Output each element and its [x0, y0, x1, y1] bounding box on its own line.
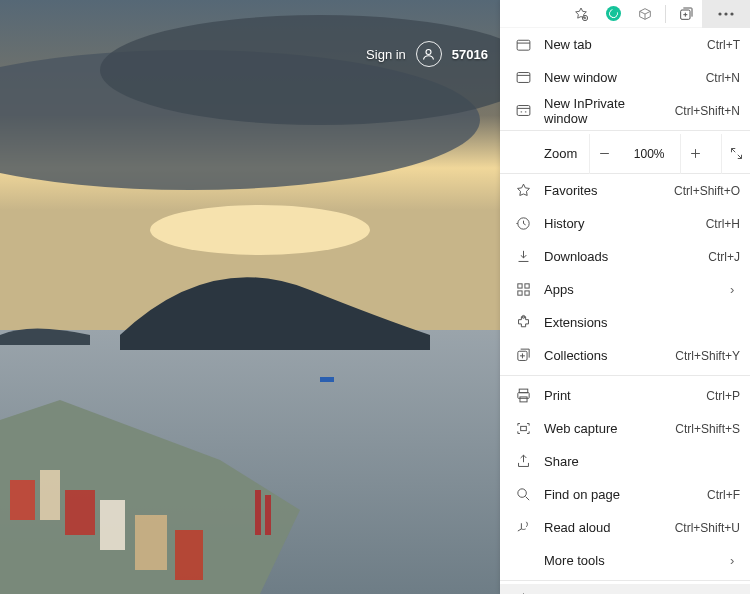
- menu-print[interactable]: Print Ctrl+P: [500, 379, 750, 412]
- label: Find on page: [544, 487, 695, 502]
- menu-favorites[interactable]: Favorites Ctrl+Shift+O: [500, 174, 750, 207]
- svg-rect-10: [175, 530, 203, 580]
- sign-in-link[interactable]: Sign in: [366, 47, 406, 62]
- extension-icon[interactable]: [629, 0, 661, 28]
- svg-rect-9: [135, 515, 167, 570]
- label: Zoom: [500, 146, 577, 161]
- print-icon: [514, 387, 532, 404]
- svg-point-19: [730, 12, 733, 15]
- svg-rect-25: [524, 284, 528, 288]
- add-favorite-icon[interactable]: [565, 0, 597, 28]
- menu-find[interactable]: Find on page Ctrl+F: [500, 478, 750, 511]
- new-tab-icon: [514, 36, 532, 53]
- menu-web-capture[interactable]: Web capture Ctrl+Shift+S: [500, 412, 750, 445]
- shortcut: Ctrl+Shift+N: [675, 104, 740, 118]
- download-icon: [514, 248, 532, 265]
- label: History: [544, 216, 694, 231]
- svg-rect-32: [519, 397, 526, 402]
- svg-point-18: [724, 12, 727, 15]
- shortcut: Ctrl+H: [706, 217, 740, 231]
- apps-icon: [514, 281, 532, 298]
- svg-rect-22: [517, 106, 530, 116]
- user-avatar[interactable]: [416, 41, 442, 67]
- svg-rect-12: [265, 495, 271, 535]
- menu-settings[interactable]: Settings: [500, 584, 750, 594]
- label: New window: [544, 70, 694, 85]
- menu-read-aloud[interactable]: Read aloud Ctrl+Shift+U: [500, 511, 750, 544]
- svg-rect-33: [520, 426, 526, 430]
- rewards-count[interactable]: 57016: [452, 47, 488, 62]
- label: Extensions: [544, 315, 740, 330]
- label: Downloads: [544, 249, 696, 264]
- svg-rect-30: [519, 389, 528, 393]
- shortcut: Ctrl+N: [706, 71, 740, 85]
- svg-rect-24: [517, 284, 521, 288]
- svg-rect-5: [10, 480, 35, 520]
- wallpaper: [0, 0, 500, 594]
- zoom-out-button[interactable]: [589, 134, 618, 174]
- shortcut: Ctrl+Shift+O: [674, 184, 740, 198]
- chevron-right-icon: ›: [730, 553, 740, 568]
- browser-menu: New tab Ctrl+T New window Ctrl+N New InP…: [500, 28, 750, 594]
- menu-more-tools[interactable]: More tools ›: [500, 544, 750, 577]
- label: Apps: [544, 282, 718, 297]
- label: Read aloud: [544, 520, 663, 535]
- fullscreen-button[interactable]: [721, 134, 750, 174]
- label: Collections: [544, 348, 663, 363]
- capture-icon: [514, 420, 532, 437]
- label: More tools: [544, 553, 718, 568]
- menu-zoom: Zoom 100%: [500, 134, 750, 174]
- collections-toolbar-icon[interactable]: [670, 0, 702, 28]
- inprivate-icon: [514, 102, 532, 119]
- share-icon: [514, 453, 532, 470]
- chevron-right-icon: ›: [730, 282, 740, 297]
- label: New tab: [544, 37, 695, 52]
- search-icon: [514, 486, 532, 503]
- svg-rect-26: [517, 291, 521, 295]
- label: Share: [544, 454, 740, 469]
- label: Web capture: [544, 421, 663, 436]
- label: Print: [544, 388, 694, 403]
- menu-new-tab[interactable]: New tab Ctrl+T: [500, 28, 750, 61]
- svg-rect-21: [517, 73, 530, 83]
- menu-downloads[interactable]: Downloads Ctrl+J: [500, 240, 750, 273]
- puzzle-icon: [514, 314, 532, 331]
- history-icon: [514, 215, 532, 232]
- menu-extensions[interactable]: Extensions: [500, 306, 750, 339]
- svg-point-3: [150, 205, 370, 255]
- new-window-icon: [514, 69, 532, 86]
- menu-new-inprivate[interactable]: New InPrivate window Ctrl+Shift+N: [500, 94, 750, 127]
- zoom-value: 100%: [630, 147, 668, 161]
- read-aloud-icon: [514, 519, 532, 536]
- grammarly-icon[interactable]: [597, 0, 629, 28]
- shortcut: Ctrl+F: [707, 488, 740, 502]
- menu-new-window[interactable]: New window Ctrl+N: [500, 61, 750, 94]
- svg-point-34: [517, 489, 526, 498]
- menu-apps[interactable]: Apps ›: [500, 273, 750, 306]
- toolbar: [500, 0, 750, 28]
- separator: [500, 130, 750, 131]
- shortcut: Ctrl+P: [706, 389, 740, 403]
- shortcut: Ctrl+Shift+S: [675, 422, 740, 436]
- shortcut: Ctrl+Shift+U: [675, 521, 740, 535]
- label: Favorites: [544, 183, 662, 198]
- shortcut: Ctrl+J: [708, 250, 740, 264]
- svg-rect-27: [524, 291, 528, 295]
- shortcut: Ctrl+Shift+Y: [675, 349, 740, 363]
- svg-point-14: [426, 49, 431, 54]
- settings-and-more-button[interactable]: [702, 0, 750, 28]
- menu-history[interactable]: History Ctrl+H: [500, 207, 750, 240]
- browser-menu-panel: New tab Ctrl+T New window Ctrl+N New InP…: [500, 0, 750, 594]
- zoom-in-button[interactable]: [680, 134, 709, 174]
- svg-point-17: [718, 12, 721, 15]
- separator: [500, 580, 750, 581]
- svg-rect-8: [100, 500, 125, 550]
- menu-share[interactable]: Share: [500, 445, 750, 478]
- menu-collections[interactable]: Collections Ctrl+Shift+Y: [500, 339, 750, 372]
- label: New InPrivate window: [544, 96, 663, 126]
- separator: [500, 375, 750, 376]
- shortcut: Ctrl+T: [707, 38, 740, 52]
- svg-rect-6: [40, 470, 60, 520]
- separator: [665, 5, 666, 23]
- collections-icon: [514, 347, 532, 364]
